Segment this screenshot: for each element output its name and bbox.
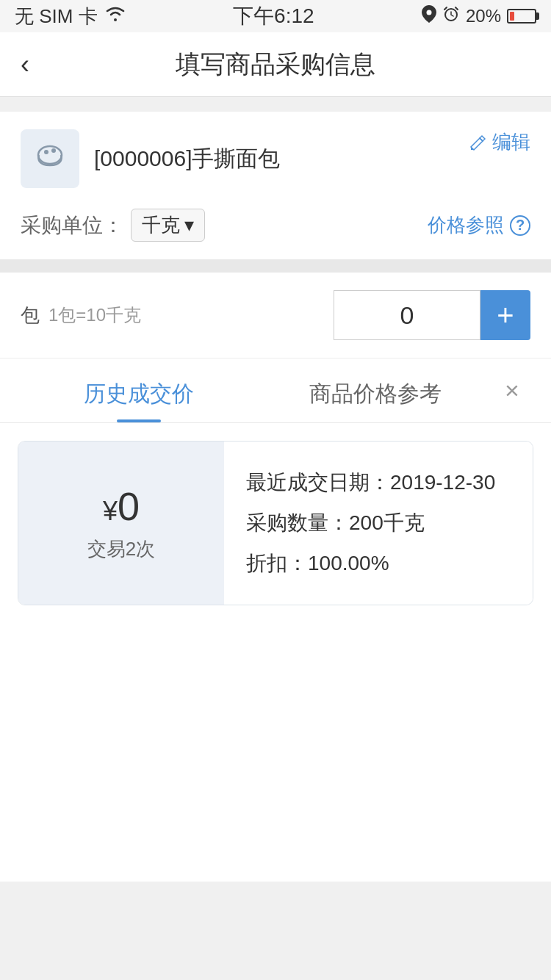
svg-point-4 bbox=[51, 148, 56, 153]
bottom-panel: 历史成交价 商品价格参考 × ¥0 交易2次 最近成交日期：2019-12-30… bbox=[0, 359, 551, 882]
recent-date-value: 2019-12-30 bbox=[390, 471, 495, 494]
quantity-controls: + bbox=[334, 290, 530, 340]
nav-bar: ‹ 填写商品采购信息 bbox=[0, 32, 551, 97]
history-price: ¥0 bbox=[103, 483, 140, 529]
tab-history[interactable]: 历史成交价 bbox=[21, 359, 257, 422]
quantity-label: 包 1包=10千克 bbox=[21, 303, 141, 328]
section-divider bbox=[0, 259, 551, 273]
product-left: [0000006]手撕面包 bbox=[21, 129, 280, 188]
help-icon: ? bbox=[510, 215, 530, 236]
quantity-row: 包 1包=10千克 + bbox=[0, 273, 551, 359]
unit-select[interactable]: 千克 ▾ bbox=[131, 209, 205, 242]
svg-point-2 bbox=[38, 146, 62, 164]
discount-label: 折扣： bbox=[246, 552, 308, 574]
status-time: 下午6:12 bbox=[233, 2, 314, 30]
recent-date-label: 最近成交日期： bbox=[246, 471, 390, 494]
price-value: 0 bbox=[118, 484, 140, 528]
status-bar: 无 SIM 卡 下午6:12 20% bbox=[0, 0, 551, 32]
history-trades: 交易2次 bbox=[87, 536, 155, 562]
unit-badge: 包 bbox=[21, 303, 40, 328]
unit-value: 千克 bbox=[142, 212, 180, 238]
price-ref-button[interactable]: 价格参照 ? bbox=[428, 212, 530, 238]
history-card: ¥0 交易2次 最近成交日期：2019-12-30 采购数量：200千克 折扣：… bbox=[18, 441, 533, 605]
discount-value: 100.00% bbox=[308, 552, 389, 574]
currency-symbol: ¥ bbox=[103, 496, 118, 526]
product-unit-row: 采购单位： 千克 ▾ 价格参照 ? bbox=[21, 209, 530, 242]
product-name: [0000006]手撕面包 bbox=[94, 144, 280, 174]
edit-button[interactable]: 编辑 bbox=[469, 129, 530, 155]
unit-label: 采购单位： bbox=[21, 212, 123, 239]
battery-icon bbox=[507, 9, 536, 24]
quantity-detail-label: 采购数量： bbox=[246, 511, 349, 534]
unit-conversion: 1包=10千克 bbox=[48, 303, 141, 327]
status-right: 20% bbox=[422, 5, 536, 27]
edit-label: 编辑 bbox=[492, 129, 530, 155]
tab-close-button[interactable]: × bbox=[494, 372, 530, 409]
history-price-panel: ¥0 交易2次 bbox=[18, 442, 224, 605]
battery-percent: 20% bbox=[466, 6, 501, 26]
location-icon bbox=[422, 5, 436, 27]
tab-bar: 历史成交价 商品价格参考 × bbox=[0, 359, 551, 423]
quantity-plus-button[interactable]: + bbox=[480, 290, 530, 340]
product-header: [0000006]手撕面包 编辑 bbox=[21, 129, 530, 188]
alarm-icon bbox=[442, 5, 460, 27]
dropdown-icon: ▾ bbox=[184, 214, 194, 237]
history-content: ¥0 交易2次 最近成交日期：2019-12-30 采购数量：200千克 折扣：… bbox=[0, 441, 551, 882]
product-card: [0000006]手撕面包 编辑 采购单位： 千克 ▾ 价格参照 ? bbox=[0, 112, 551, 259]
product-thumbnail bbox=[21, 129, 79, 188]
wifi-icon bbox=[105, 5, 126, 28]
quantity-detail-value: 200千克 bbox=[349, 511, 425, 534]
quantity-input[interactable] bbox=[334, 290, 480, 340]
svg-point-3 bbox=[44, 150, 48, 154]
tab-product-price[interactable]: 商品价格参考 bbox=[257, 359, 494, 422]
quantity-row-detail: 采购数量：200千克 bbox=[246, 508, 511, 537]
recent-date-row: 最近成交日期：2019-12-30 bbox=[246, 468, 511, 497]
back-button[interactable]: ‹ bbox=[21, 49, 29, 80]
page-title: 填写商品采购信息 bbox=[176, 48, 375, 82]
discount-row: 折扣：100.00% bbox=[246, 549, 511, 577]
status-left: 无 SIM 卡 bbox=[15, 4, 126, 29]
svg-point-0 bbox=[426, 10, 431, 15]
carrier-text: 无 SIM 卡 bbox=[15, 4, 98, 29]
price-ref-label: 价格参照 bbox=[428, 212, 504, 238]
history-detail-panel: 最近成交日期：2019-12-30 采购数量：200千克 折扣：100.00% bbox=[224, 442, 533, 605]
